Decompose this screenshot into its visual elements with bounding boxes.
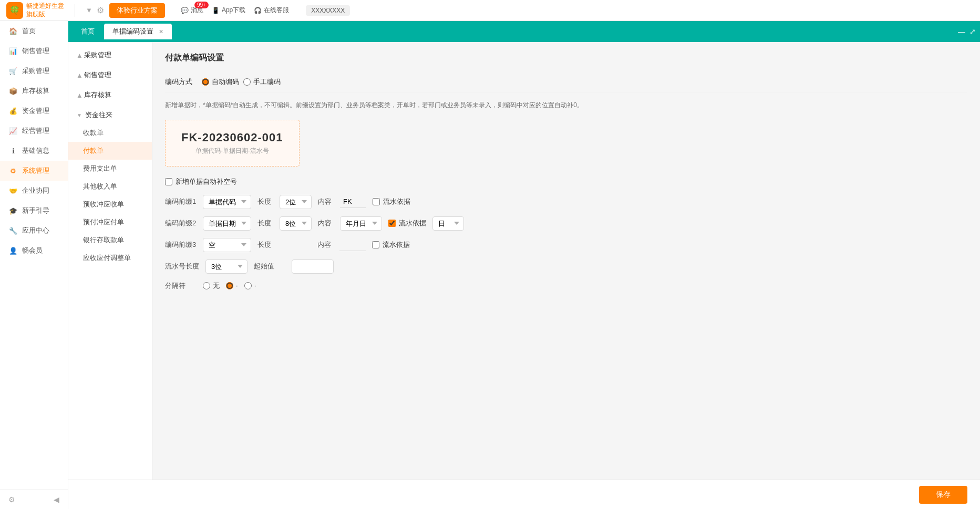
main-content: 付款单编码设置 编码方式 自动编码 手工编码 新增单据时，*单据编码*自动生成，… [152, 42, 980, 480]
sep-dot2-input[interactable] [244, 282, 252, 289]
serial-row: 流水号长度 3位 4位 5位 6位 起始值 1 [165, 259, 967, 274]
sub-group-title-sales[interactable]: ▶ 销售管理 [68, 66, 152, 84]
prefix2-length-select[interactable]: 2位 4位 6位 8位 [280, 216, 312, 231]
sub-group-title-purchase[interactable]: ▶ 采购管理 [68, 46, 152, 64]
online-service-item[interactable]: 🎧 在线客服 [254, 6, 289, 15]
radio-auto-input[interactable] [202, 78, 209, 86]
sidebar-item-member[interactable]: 👤 畅会员 [0, 241, 68, 261]
tab-bar: 首页 单据编码设置 ✕ — ⤢ [68, 21, 980, 42]
sidebar-bottom: ⚙ ◀ [0, 490, 68, 509]
hint-text: 新增单据时，*单据编码*自动生成，不可编辑。前缀设置为部门、业务员等档案类，开单… [165, 100, 967, 111]
prefix2-select[interactable]: 单据代码 单据日期 部门 业务员 空 [203, 216, 251, 231]
sub-group-title-inventory[interactable]: ▶ 库存核算 [68, 86, 152, 104]
sidebar-item-manage[interactable]: 📈 经营管理 [0, 121, 68, 141]
sidebar-item-purchase[interactable]: 🛒 采购管理 [0, 61, 68, 81]
save-button[interactable]: 保存 [919, 486, 967, 504]
sidebar-item-sales[interactable]: 📊 销售管理 [0, 41, 68, 61]
online-service-label: 在线客服 [264, 6, 289, 15]
sidebar-item-inventory[interactable]: 📦 库存核算 [0, 81, 68, 101]
sub-item-prepaid-offset[interactable]: 预付冲应付单 [68, 213, 152, 231]
message-icon: 💬 [181, 7, 189, 14]
prefix3-serial-checkbox[interactable] [372, 241, 379, 248]
encoding-method-row: 编码方式 自动编码 手工编码 [165, 72, 967, 92]
sep-dot-radio[interactable]: · [226, 282, 238, 289]
radio-auto[interactable]: 自动编码 [202, 77, 239, 87]
prefix3-serial-check[interactable]: 流水依据 [372, 240, 410, 250]
settings-gear-icon[interactable]: ⚙ [97, 5, 104, 15]
sub-group-sales: ▶ 销售管理 [68, 66, 152, 84]
tab-right-controls: — ⤢ [958, 27, 976, 36]
sub-item-expense[interactable]: 费用支出单 [68, 160, 152, 178]
sep-none-radio[interactable]: 无 [203, 281, 220, 290]
serial-length-select[interactable]: 3位 4位 5位 6位 [205, 259, 247, 274]
chevron-icon: ▶ [76, 93, 82, 97]
prefix1-content-label: 内容 [318, 197, 334, 206]
separator-label: 分隔符 [165, 281, 197, 290]
topbar: 🍀 畅捷通好生意 旗舰版 ▼ ⚙ 体验行业方案 💬 消息 99+ 📱 App下载… [0, 0, 980, 21]
sidebar-item-guide[interactable]: 🎓 新手引导 [0, 201, 68, 221]
code-preview: FK-20230602-001 单据代码-单据日期-流水号 [165, 120, 300, 167]
auto-fill-label[interactable]: 新增单据自动补空号 [165, 177, 967, 186]
user-name[interactable]: XXXXXXXX [306, 5, 350, 16]
prefix2-label: 编码前缀2 [165, 219, 197, 228]
prefix1-length-select[interactable]: 2位 4位 6位 8位 [280, 195, 312, 209]
sidebar-settings-icon[interactable]: ⚙ [8, 495, 15, 504]
prefix1-select[interactable]: 单据代码 单据日期 部门 业务员 空 [203, 195, 251, 209]
prefix3-select[interactable]: 单据代码 单据日期 部门 业务员 空 [203, 238, 251, 252]
app-download-item[interactable]: 📱 App下载 [212, 6, 245, 15]
download-icon: 📱 [212, 7, 220, 14]
message-badge: 99+ [194, 2, 209, 8]
prefix-row-1: 编码前缀1 单据代码 单据日期 部门 业务员 空 长度 2位 4位 6位 8位 [165, 195, 967, 209]
prefix2-content-select[interactable]: 年月日 年月 年 [340, 216, 382, 231]
auto-fill-checkbox[interactable] [165, 178, 172, 185]
prefix3-label: 编码前缀3 [165, 240, 197, 250]
serial-length-label: 流水号长度 [165, 262, 199, 271]
sidebar: 🏠 首页 📊 销售管理 🛒 采购管理 📦 库存核算 💰 资金管理 📈 经营管理 … [0, 21, 68, 509]
dropdown-arrow[interactable]: ▼ [86, 6, 92, 14]
corp-icon: 🤝 [8, 186, 18, 195]
radio-manual-input[interactable] [243, 78, 251, 86]
sidebar-item-system[interactable]: ⚙ 系统管理 [0, 161, 68, 181]
tab-home[interactable]: 首页 [73, 24, 103, 39]
message-icon-item[interactable]: 💬 消息 99+ [181, 6, 203, 15]
sub-item-receipt[interactable]: 收款单 [68, 124, 152, 142]
sub-group-inventory: ▶ 库存核算 [68, 86, 152, 104]
trial-button[interactable]: 体验行业方案 [109, 3, 165, 18]
code-preview-main: FK-20230602-001 [181, 131, 283, 144]
page-title: 付款单编码设置 [165, 53, 967, 64]
sub-sidebar: ▶ 采购管理 ▶ 销售管理 ▶ 库存核算 [68, 42, 152, 480]
sep-dot2-radio[interactable]: · [244, 282, 256, 289]
prefix2-date-unit-select[interactable]: 日 月 年 [432, 216, 464, 231]
tab-encoding-settings[interactable]: 单据编码设置 ✕ [104, 24, 172, 39]
sub-item-ar-ap-adjust[interactable]: 应收应付调整单 [68, 249, 152, 267]
radio-manual[interactable]: 手工编码 [243, 77, 281, 87]
sub-item-bank-deposit[interactable]: 银行存取款单 [68, 231, 152, 249]
prefix1-serial-checkbox[interactable] [373, 198, 380, 205]
tab-minimize-icon[interactable]: — [958, 27, 965, 36]
prefix3-content-input[interactable] [339, 238, 366, 251]
serial-start-input[interactable]: 1 [292, 259, 334, 274]
topbar-icons: 💬 消息 99+ 📱 App下载 🎧 在线客服 XXXXXXXX [181, 5, 350, 16]
tab-close-icon[interactable]: ✕ [159, 28, 163, 35]
prefix1-content-input[interactable] [340, 195, 366, 208]
manage-icon: 📈 [8, 126, 18, 136]
sub-item-prepay-offset[interactable]: 预收冲应收单 [68, 195, 152, 213]
sub-item-other-income[interactable]: 其他收入单 [68, 178, 152, 195]
sub-item-payment[interactable]: 付款单 [68, 142, 152, 160]
sidebar-item-home[interactable]: 🏠 首页 [0, 21, 68, 41]
sidebar-item-finance[interactable]: 💰 资金管理 [0, 101, 68, 121]
prefix1-serial-check[interactable]: 流水依据 [373, 197, 410, 206]
auto-fill-row: 新增单据自动补空号 [165, 177, 967, 186]
sub-group-title-capital[interactable]: ▼ 资金往来 [68, 106, 152, 124]
prefix2-serial-check[interactable]: 流水依据 [388, 219, 426, 228]
tab-maximize-icon[interactable]: ⤢ [969, 27, 976, 36]
purchase-icon: 🛒 [8, 66, 18, 76]
chevron-icon: ▶ [76, 73, 82, 77]
sidebar-collapse-icon[interactable]: ◀ [54, 495, 59, 504]
sidebar-item-baseinfo[interactable]: ℹ 基础信息 [0, 141, 68, 161]
sep-none-input[interactable] [203, 282, 210, 289]
sep-dot-input[interactable] [226, 282, 233, 289]
sidebar-item-appcenter[interactable]: 🔧 应用中心 [0, 221, 68, 241]
prefix2-serial-checkbox[interactable] [388, 220, 396, 227]
sidebar-item-corp[interactable]: 🤝 企业协同 [0, 181, 68, 201]
